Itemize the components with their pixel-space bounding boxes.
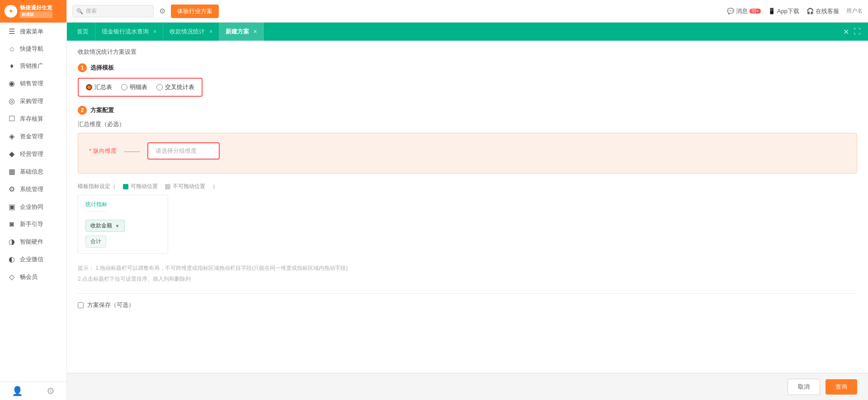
tab-bank-flow-close[interactable]: × xyxy=(153,28,156,35)
notification-item[interactable]: 💬 消息 99+ xyxy=(727,7,761,15)
sidebar-item-label: 基础信息 xyxy=(20,168,43,176)
basic-info-icon: ▦ xyxy=(7,167,16,176)
sidebar-item-marketing[interactable]: ♦ 营销推广 xyxy=(0,57,66,75)
tab-receipt-stats-close[interactable]: × xyxy=(209,28,212,35)
sidebar-item-smart-hw[interactable]: ◑ 智能硬件 xyxy=(0,233,66,250)
close-window-icon[interactable]: ✕ xyxy=(843,28,849,36)
save-row: 方案保存（可选） xyxy=(78,293,857,309)
tip-1: 提示： 1.拖动标题栏可以调整布局，不可跨维度或指标区域拖动栏目字段(只能在同一… xyxy=(78,263,857,273)
sidebar-item-label: 资金管理 xyxy=(20,132,43,141)
username-label: 用户名 xyxy=(846,7,863,15)
fixed-dot xyxy=(165,184,170,189)
indicator-subtag-total-label: 合计 xyxy=(90,238,101,245)
dimension-row: * 纵向维度 —— 请选择分组维度 xyxy=(89,142,846,160)
search-menu-icon: ☰ xyxy=(7,27,16,36)
sidebar-item-label: 搜索菜单 xyxy=(20,28,43,36)
cancel-button[interactable]: 取消 xyxy=(788,379,820,395)
tab-bank-flow[interactable]: 现金银行流水查询 × xyxy=(95,23,163,41)
radio-cross-input[interactable] xyxy=(156,84,163,90)
sidebar-item-member[interactable]: ◇ 畅会员 xyxy=(0,268,66,286)
maximize-icon[interactable]: ⛶ xyxy=(854,28,861,36)
tabbar: 首页 现金银行流水查询 × 收款情况统计 × 新建方案 × ✕ ⛶ xyxy=(67,23,868,41)
member-icon: ◇ xyxy=(7,273,16,281)
user-profile-icon[interactable]: 👤 xyxy=(12,386,23,396)
page-title: 收款情况统计方案设置 xyxy=(78,48,857,56)
brand-icon: ✦ xyxy=(5,5,17,18)
radio-detail-label: 明细表 xyxy=(130,83,147,91)
smart-hw-icon: ◑ xyxy=(7,237,16,246)
quick-nav-icon: ⌂ xyxy=(7,45,16,53)
sidebar-item-newbie[interactable]: ◙ 新手引导 xyxy=(0,216,66,233)
notification-label: 消息 xyxy=(736,7,748,15)
indicators-box: 统计指标 收款金额 ▼ 合计 xyxy=(78,195,168,254)
radio-detail-input[interactable] xyxy=(121,84,127,90)
sidebar-item-sales[interactable]: ◉ 销售管理 xyxy=(0,75,66,92)
legend-fixed-label: 不可拖动位置 xyxy=(173,183,205,190)
page-footer: 取消 查询 xyxy=(67,373,868,400)
sidebar-item-basic-info[interactable]: ▦ 基础信息 xyxy=(0,163,66,180)
radio-detail[interactable]: 明细表 xyxy=(121,83,147,91)
step1-header: 1 选择模板 xyxy=(78,63,857,72)
sidebar-item-operations[interactable]: ◆ 经营管理 xyxy=(0,145,66,163)
tab-receipt-stats[interactable]: 收款情况统计 × xyxy=(163,23,219,41)
sidebar-bottom: 👤 ⚙ xyxy=(0,381,66,400)
sidebar-item-label: 销售管理 xyxy=(20,80,43,88)
tab-new-plan[interactable]: 新建方案 × xyxy=(219,23,264,41)
tab-home-label: 首页 xyxy=(77,28,89,36)
service-icon: 🎧 xyxy=(807,8,814,14)
sidebar-item-quick-nav[interactable]: ⌂ 快捷导航 xyxy=(0,40,66,57)
sidebar-item-corp-collab[interactable]: ▣ 企业协同 xyxy=(0,198,66,216)
indicator-subtag-total[interactable]: 合计 xyxy=(85,235,106,248)
sidebar-item-finance[interactable]: ◈ 资金管理 xyxy=(0,127,66,145)
notification-badge: 99+ xyxy=(750,9,761,14)
dimension-arrow: —— xyxy=(124,146,140,156)
radio-summary-label: 汇总表 xyxy=(94,83,112,91)
topbar-search[interactable]: 🔍 搜索 xyxy=(72,5,154,17)
settings-gear-icon[interactable]: ⚙ xyxy=(159,7,165,15)
dimension-input[interactable]: 请选择分组维度 xyxy=(147,142,220,160)
step2-label: 方案配置 xyxy=(90,106,114,114)
step1-number: 1 xyxy=(78,63,87,72)
corp-wechat-icon: ◐ xyxy=(7,255,16,264)
save-label: 方案保存（可选） xyxy=(87,301,134,309)
step1-label: 选择模板 xyxy=(90,64,114,72)
sidebar: ✦ 畅捷通好生意 标准版 ☰ 搜索菜单 ⌂ 快捷导航 ♦ 营销推广 ◉ 销售管理… xyxy=(0,0,67,400)
radio-cross[interactable]: 交叉统计表 xyxy=(156,83,194,91)
indicator-tag-down-icon: ▼ xyxy=(115,223,120,229)
tab-new-plan-close[interactable]: × xyxy=(254,28,257,35)
sidebar-item-inventory[interactable]: ☐ 库存核算 xyxy=(0,110,66,127)
save-checkbox[interactable] xyxy=(78,302,84,308)
query-button[interactable]: 查询 xyxy=(826,379,857,395)
tips-section: 提示： 1.拖动标题栏可以调整布局，不可跨维度或指标区域拖动栏目字段(只能在同一… xyxy=(78,263,857,284)
marketing-icon: ♦ xyxy=(7,62,16,70)
newbie-icon: ◙ xyxy=(7,220,16,228)
main-area: 🔍 搜索 ⚙ 体验行业方案 💬 消息 99+ 📱 App下载 🎧 在线客服 用户… xyxy=(67,0,868,400)
radio-summary[interactable]: 汇总表 xyxy=(86,83,112,91)
step2-number: 2 xyxy=(78,106,87,115)
sidebar-item-search-menu[interactable]: ☰ 搜索菜单 xyxy=(0,23,66,40)
search-icon: 🔍 xyxy=(76,8,83,14)
sidebar-item-system[interactable]: ⚙ 系统管理 xyxy=(0,180,66,198)
sidebar-logo: ✦ 畅捷通好生意 标准版 xyxy=(0,0,66,23)
indicator-tag-payment-label: 收款金额 xyxy=(90,222,112,230)
system-icon: ⚙ xyxy=(7,185,16,193)
sidebar-item-corp-wechat[interactable]: ◐ 企业微信 xyxy=(0,250,66,268)
industry-btn[interactable]: 体验行业方案 xyxy=(171,5,219,18)
indicator-tag-payment[interactable]: 收款金额 ▼ xyxy=(85,220,125,232)
sidebar-item-purchase[interactable]: ◎ 采购管理 xyxy=(0,92,66,110)
radio-summary-input[interactable] xyxy=(86,84,92,90)
tab-home[interactable]: 首页 xyxy=(71,23,95,41)
brand-badge: 标准版 xyxy=(20,11,52,18)
finance-icon: ◈ xyxy=(7,132,16,141)
settings-icon[interactable]: ⚙ xyxy=(47,386,55,396)
topbar: 🔍 搜索 ⚙ 体验行业方案 💬 消息 99+ 📱 App下载 🎧 在线客服 用户… xyxy=(67,0,868,23)
download-icon: 📱 xyxy=(768,8,775,14)
indicators-label: 模板指标设定（ 可拖动位置 不可拖动位置 ） xyxy=(78,183,857,190)
sidebar-item-label: 营销推广 xyxy=(20,62,43,70)
app-download-item[interactable]: 📱 App下载 xyxy=(768,7,799,15)
step2-section: 2 方案配置 汇总维度（必选） * 纵向维度 —— 请选择分组维度 模板指标设定… xyxy=(78,106,857,284)
tab-new-plan-label: 新建方案 xyxy=(226,28,249,36)
sidebar-item-label: 快捷导航 xyxy=(20,45,43,53)
sidebar-item-label: 智能硬件 xyxy=(20,238,43,246)
online-service-item[interactable]: 🎧 在线客服 xyxy=(807,7,839,15)
